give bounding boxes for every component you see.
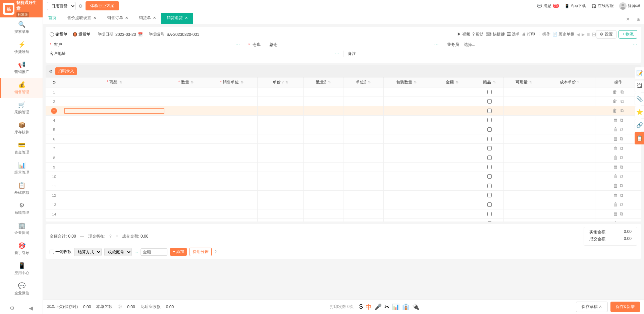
select-btn[interactable]: ☰ 选单 <box>507 32 520 37</box>
topbar-gear-icon[interactable]: ⚙ <box>78 3 83 9</box>
tab-sales-return-close[interactable]: ✕ <box>185 16 188 20</box>
product-cell-3[interactable] <box>63 106 166 116</box>
taskbar-icon-5[interactable]: 📊 <box>392 303 399 311</box>
sales-unit-cell-1[interactable] <box>206 87 258 97</box>
gift-checkbox-6[interactable] <box>487 137 492 141</box>
radio-return[interactable]: 退货单 <box>73 32 91 37</box>
tab-sales-order-close[interactable]: ✕ <box>125 16 128 20</box>
gift-checkbox-11[interactable] <box>487 184 492 188</box>
delete-row-13-btn[interactable]: 🗑 <box>613 202 618 207</box>
tab-sales-return[interactable]: 销货退货 ✕ <box>161 13 193 24</box>
sidebar-item-enterprise[interactable]: 🏢 企业协同 <box>0 218 43 239</box>
quantity2-cell-3[interactable] <box>303 106 343 116</box>
quick-btn-note[interactable]: 📝 <box>635 67 644 79</box>
quick-btn-photo[interactable]: 🖼 <box>635 80 644 92</box>
available-cell-1[interactable] <box>504 87 544 97</box>
tab-expand-btn[interactable]: ⊞ <box>633 14 644 24</box>
message-group[interactable]: 💬 消息 70 <box>537 3 559 9</box>
salesman-ellipsis-btn[interactable]: ··· <box>633 42 637 48</box>
delete-row-1-btn[interactable]: 🗑 <box>612 89 617 95</box>
delete-row-4-btn[interactable]: 🗑 <box>613 117 618 123</box>
copy-row-2-btn[interactable]: ⧉ <box>621 99 624 104</box>
taskbar-icon-2[interactable]: 中 <box>366 303 372 311</box>
taskbar-icon-3[interactable]: 🎤 <box>374 303 382 311</box>
sidebar-item-quick-nav[interactable]: ⚡ 快捷导航 <box>0 38 43 58</box>
sidebar-item-enterprise-wechat[interactable]: 💬 企业微信 <box>0 279 43 299</box>
amount-cell-3[interactable] <box>429 106 475 116</box>
nav-prev-icon[interactable]: ◀ <box>577 32 580 37</box>
gift-checkbox-8[interactable] <box>487 155 492 160</box>
sidebar-item-basic-info[interactable]: 📋 基础信息 <box>0 178 43 198</box>
help-btn[interactable]: ? 帮助 <box>472 32 484 37</box>
delete-row-15-btn[interactable]: 🗑 <box>613 221 618 222</box>
amount-cell-1[interactable] <box>429 87 475 97</box>
unit-price-help-icon[interactable]: ? <box>282 80 284 84</box>
add-payment-button[interactable]: + 添加 <box>170 248 187 256</box>
unit2-cell-1[interactable] <box>343 87 384 97</box>
cost-price-cell-3[interactable] <box>544 106 595 116</box>
taskbar-icon-1[interactable]: S <box>359 303 363 310</box>
customer-input[interactable] <box>69 41 232 48</box>
tab-sales-order[interactable]: 销售订单 ✕ <box>102 13 133 24</box>
sidebar-collapse-btn[interactable]: ◀ <box>29 305 33 311</box>
copy-row-1-btn[interactable]: ⧉ <box>621 89 624 95</box>
onepay-checkbox-label[interactable]: 一键收款 <box>50 249 71 255</box>
gift-checkbox-15[interactable] <box>487 221 492 222</box>
calc-method-select[interactable]: 结算方式 <box>74 248 102 256</box>
delete-row-6-btn[interactable]: 🗑 <box>613 136 618 141</box>
taskbar-icon-7[interactable]: 🔌 <box>412 303 420 311</box>
unit-price-cell-1[interactable] <box>258 87 304 97</box>
user-group[interactable]: 徐泽华 <box>619 2 640 10</box>
help-cash-discount-icon[interactable]: ? <box>109 234 112 239</box>
product-input-3[interactable] <box>64 108 164 114</box>
payment-amount-input[interactable] <box>141 248 167 256</box>
account-select[interactable]: 收款账号 <box>104 248 132 256</box>
app-download-group[interactable]: 📱 App下载 <box>565 3 586 9</box>
copy-row-6-btn[interactable]: ⧉ <box>620 136 623 141</box>
trial-button[interactable]: 体验行业方案 <box>86 1 119 10</box>
quantity2-cell-1[interactable] <box>303 87 343 97</box>
unit2-cell-3[interactable] <box>343 106 384 116</box>
copy-row-11-btn[interactable]: ⧉ <box>620 183 623 188</box>
sidebar-item-search[interactable]: 🔍 搜索菜单 <box>0 17 43 38</box>
save-draft-button[interactable]: 保存草稿 ∧ <box>576 302 608 312</box>
gift-checkbox-12[interactable] <box>487 193 492 197</box>
unit2-cell-2[interactable] <box>343 97 384 106</box>
gift-checkbox-9[interactable] <box>487 165 492 169</box>
salesman-input[interactable] <box>463 41 630 48</box>
table-config-icon[interactable]: ⚙ <box>49 69 53 74</box>
delete-row-14-btn[interactable]: 🗑 <box>613 211 618 216</box>
quantity2-cell-2[interactable] <box>303 97 343 106</box>
copy-row-10-btn[interactable]: ⧉ <box>620 174 623 179</box>
sidebar-item-marketing[interactable]: 📢 营销推广 <box>0 58 43 78</box>
radio-sales-input[interactable] <box>50 32 54 37</box>
gift-checkbox-5[interactable] <box>487 127 492 132</box>
quick-btn-star[interactable]: ⭐ <box>635 106 644 118</box>
sidebar-item-newbie[interactable]: 🎯 新手引导 <box>0 239 43 259</box>
sidebar-item-inventory[interactable]: 📦 库存核算 <box>0 118 43 138</box>
copy-row-9-btn[interactable]: ⧉ <box>620 164 623 170</box>
pack-qty-cell-1[interactable] <box>383 87 429 97</box>
copy-row-14-btn[interactable]: ⧉ <box>620 211 623 216</box>
delete-row-10-btn[interactable]: 🗑 <box>613 174 618 179</box>
copy-row-15-btn[interactable]: ⧉ <box>620 221 623 222</box>
product-cell-1[interactable] <box>63 87 166 97</box>
sales-unit-cell-2[interactable] <box>206 97 258 106</box>
payment-help-icon[interactable]: ? <box>214 250 217 254</box>
sidebar-item-finance[interactable]: 💳 资金管理 <box>0 138 43 158</box>
cost-price-cell-1[interactable] <box>544 87 595 97</box>
warehouse-ellipsis-btn[interactable]: ··· <box>434 42 438 48</box>
gift-checkbox-14[interactable] <box>487 212 492 216</box>
sidebar-item-system[interactable]: ⚙ 系统管理 <box>0 198 43 218</box>
radio-sales[interactable]: 销货单 <box>50 32 67 37</box>
scan-input-button[interactable]: 扫码录入 <box>55 67 77 75</box>
tab-home[interactable]: 首页 <box>43 13 62 24</box>
available-cell-2[interactable] <box>504 97 544 106</box>
split-payment-button[interactable]: 费用分摊 <box>190 248 212 256</box>
quick-btn-attachment[interactable]: 📎 <box>635 93 644 105</box>
unit-price-cell-2[interactable] <box>258 97 304 106</box>
nav-next-icon[interactable]: ▶ <box>582 32 585 37</box>
cost-price-cell-2[interactable] <box>544 97 595 106</box>
history-btn[interactable]: 📄 历史单据 <box>552 32 575 37</box>
gift-checkbox-2[interactable] <box>487 99 492 104</box>
